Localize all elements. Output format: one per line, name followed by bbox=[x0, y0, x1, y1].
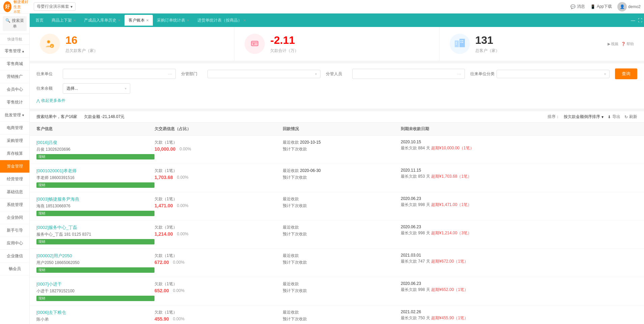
customer-name[interactable]: [0006]去下粮仓 bbox=[36, 310, 155, 316]
logo-icon: 好 bbox=[3, 1, 11, 12]
recovery-info: 最近收款 预计下次收款 bbox=[283, 196, 401, 216]
customer-name[interactable]: [000002]用户2050 bbox=[36, 253, 155, 259]
export-btn[interactable]: ⬇ 导出 bbox=[608, 114, 620, 120]
help-btn[interactable]: ❓ 帮助 bbox=[621, 41, 634, 47]
tab-purchase-product-stats[interactable]: 进货单统计表（按商品） ✕ bbox=[193, 15, 250, 26]
tab-close-customer-account[interactable]: ✕ bbox=[146, 19, 149, 22]
customer-name[interactable]: [0003]畅捷服务尹海燕 bbox=[36, 196, 155, 202]
tab-close-product-shelf[interactable]: ✕ bbox=[73, 19, 76, 22]
customer-tag: 现销 bbox=[36, 267, 155, 273]
customer-info: [0003]畅捷服务尹海燕 海燕 18513066976 现销 bbox=[36, 196, 155, 216]
sidebar-item-retail-mall[interactable]: 零售商城 bbox=[0, 58, 29, 70]
main-layout: 🔍 搜索菜单 快捷导航 零售管理▲ 零售商城 营销推广 会员中心 零售统计 批发… bbox=[0, 13, 644, 324]
sidebar-item-ecommerce[interactable]: 电商管理 bbox=[0, 122, 29, 135]
customer-name[interactable]: [0016]吕俊 bbox=[36, 140, 155, 146]
sidebar-item-vip[interactable]: 畅会员 bbox=[0, 263, 29, 275]
svg-rect-12 bbox=[462, 40, 463, 41]
col-header-recovery: 回款情况 bbox=[283, 126, 401, 132]
sidebar-item-batch-manage[interactable]: 批发管理▼ bbox=[0, 109, 29, 122]
overdue-info: 最长欠款 998 天 超期¥1,471.00（1笔） bbox=[401, 202, 637, 208]
overdue-link[interactable]: 超期¥1,703.68（1笔） bbox=[431, 174, 472, 179]
customer-name[interactable]: [0001020001]孝老师 bbox=[36, 168, 155, 174]
data-table: 客户信息 欠交易信息（占比） 回款情况 到期未收款日期 [0016]吕俊 吕俊 … bbox=[30, 123, 644, 324]
app-download-btn[interactable]: 📱 App下载 bbox=[590, 4, 612, 9]
overdue-link[interactable]: 超期¥1,471.00（1笔） bbox=[431, 202, 472, 207]
dept-select[interactable]: ▾ bbox=[207, 70, 320, 78]
sidebar-item-enterprise-wechat[interactable]: 企业微信 bbox=[0, 250, 29, 263]
due-date-info: 2020.11.15 最长欠款 853 天 超期¥1,703.68（1笔） bbox=[401, 168, 637, 188]
message-btn[interactable]: 💬 消息 bbox=[570, 4, 585, 9]
due-date: 2020.06.23 bbox=[401, 225, 637, 229]
user-menu[interactable]: 👤 demo2 bbox=[617, 2, 641, 11]
person-dots[interactable]: ··· bbox=[457, 71, 461, 77]
sidebar-item-finance[interactable]: 资金管理 bbox=[0, 160, 29, 173]
debt-percent: 0.00% bbox=[177, 203, 189, 208]
stat-label-debt: 欠款合计（万） bbox=[270, 48, 299, 54]
sidebar-item-ops[interactable]: 经营管理 bbox=[0, 173, 29, 186]
refresh-btn[interactable]: ↻ 刷新 bbox=[624, 114, 637, 120]
sidebar-item-basic[interactable]: 基础信息 bbox=[0, 186, 29, 199]
balance-select[interactable]: 选择... ▾ bbox=[63, 83, 130, 94]
dept-arrow: ▾ bbox=[315, 72, 317, 76]
search-menu-btn[interactable]: 🔍 搜索菜单 bbox=[3, 16, 27, 31]
tab-close-purchase-stats[interactable]: ✕ bbox=[187, 19, 189, 22]
store-selector[interactable]: 母婴行业演示账套 ▾ bbox=[34, 2, 76, 11]
stat-body-total: 131 总客户（家） bbox=[475, 34, 500, 54]
customer-info: [0007]小进干 小进干 18279152100 现销 bbox=[36, 281, 155, 301]
unit-type-select[interactable]: ▾ bbox=[497, 70, 610, 78]
tab-product-shelf[interactable]: 商品上下架 ✕ bbox=[48, 15, 80, 26]
sidebar-quick-nav: 快捷导航 bbox=[0, 34, 29, 45]
col-header-due-date: 到期未收款日期 bbox=[401, 126, 637, 132]
sidebar-item-newbie[interactable]: 新手引导 bbox=[0, 224, 29, 237]
customer-name[interactable]: [0002]服务中心_丁磊 bbox=[36, 225, 155, 231]
svg-rect-4 bbox=[251, 41, 258, 46]
overdue-info: 最长欠款 747 天 超期¥672.00（1笔） bbox=[401, 259, 637, 264]
debt-amount: 672.00 bbox=[155, 260, 169, 265]
overdue-link[interactable]: 超期¥672.00（1笔） bbox=[431, 259, 468, 264]
unit-type-arrow: ▾ bbox=[604, 72, 606, 76]
tab-maximize-icon[interactable]: ⛶ bbox=[638, 18, 642, 23]
debt-info: 欠款（1笔） 10,000.00 0.00% bbox=[155, 140, 283, 159]
customer-name[interactable]: [0007]小进干 bbox=[36, 281, 155, 287]
tab-close-purchase-product-stats[interactable]: ✕ bbox=[243, 19, 246, 22]
stat-label-customers: 总欠款客户（家） bbox=[65, 48, 98, 54]
tabs-end: — ⛶ bbox=[631, 18, 642, 23]
sidebar-item-inventory[interactable]: 库存核算 bbox=[0, 147, 29, 160]
collapse-btn[interactable]: ⋀ 收起更多条件 bbox=[36, 98, 637, 104]
overdue-link[interactable]: 超期¥10,000.00（1笔） bbox=[431, 146, 474, 150]
sidebar-item-enterprise-coop[interactable]: 企业协同 bbox=[0, 211, 29, 224]
debt-count: 欠款（3笔） bbox=[155, 225, 283, 230]
sidebar-item-app-center[interactable]: 应用中心 bbox=[0, 237, 29, 250]
stat-card-debt-customers: ¥ 16 总欠款客户（家） bbox=[30, 27, 234, 61]
person-input[interactable]: ··· bbox=[352, 69, 465, 79]
stat-card-actions: ▶ 视频 ❓ 帮助 bbox=[608, 41, 634, 47]
tab-close-product-warehouse[interactable]: ✕ bbox=[118, 19, 120, 22]
tab-purchase-stats[interactable]: 采购订单统计表 ✕ bbox=[153, 15, 193, 26]
tab-customer-account[interactable]: 客户账本 ✕ bbox=[124, 15, 153, 26]
overdue-link[interactable]: 超期¥1,214.00（3笔） bbox=[431, 231, 472, 235]
from-unit-input[interactable]: ··· bbox=[63, 69, 176, 79]
stats-row: ¥ 16 总欠款客户（家） ¥ bbox=[30, 27, 644, 61]
next-payment: 预计下次收款 bbox=[283, 203, 401, 209]
due-date-info: 2020.10.15 最长欠款 884 天 超期¥10,000.00（1笔） bbox=[401, 140, 637, 159]
debt-info: 欠款（1笔） 1,471.00 0.00% bbox=[155, 196, 283, 216]
col-header-customer: 客户信息 bbox=[36, 126, 155, 132]
sort-select[interactable]: 按欠款金额倒序排序 ▾ bbox=[564, 114, 604, 120]
sidebar-item-member[interactable]: 会员中心 bbox=[0, 83, 29, 96]
sidebar-item-system[interactable]: 系统管理 bbox=[0, 199, 29, 211]
video-btn[interactable]: ▶ 视频 bbox=[608, 41, 618, 47]
due-date-info: 2020.06.23 最长欠款 998 天 超期¥1,214.00（3笔） bbox=[401, 225, 637, 244]
sidebar-item-retail-stats[interactable]: 零售统计 bbox=[0, 96, 29, 109]
sidebar-item-marketing[interactable]: 营销推广 bbox=[0, 70, 29, 83]
from-unit-dots[interactable]: ··· bbox=[168, 71, 172, 77]
tab-product-warehouse[interactable]: 产成品入库单历史 ✕ bbox=[80, 15, 124, 26]
sidebar-item-purchase[interactable]: 采购管理 bbox=[0, 135, 29, 147]
recovery-info: 最近收款 2020-06-30 预计下次收款 bbox=[283, 168, 401, 188]
sidebar-item-retail-manage[interactable]: 零售管理▲ bbox=[0, 45, 29, 58]
tab-home[interactable]: 首页 bbox=[31, 15, 48, 26]
overdue-link[interactable]: 超期¥652.00（1笔） bbox=[431, 287, 468, 292]
search-button[interactable]: 查询 bbox=[615, 68, 637, 79]
tab-minimize-icon[interactable]: — bbox=[631, 18, 635, 23]
customer-info: [0001020001]孝老师 李老师 18600391516 现销 bbox=[36, 168, 155, 188]
overdue-link[interactable]: 超期¥455.90（1笔） bbox=[431, 316, 468, 320]
